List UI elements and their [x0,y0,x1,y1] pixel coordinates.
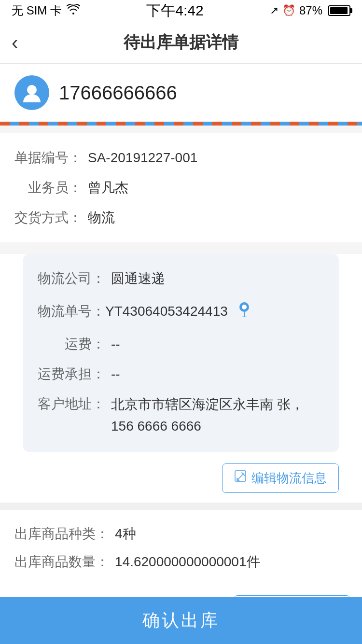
nav-bar: ‹ 待出库单据详情 [0,21,362,64]
freight-bear-row: 运费承担： -- [38,364,324,384]
customer-header: 17666666666 [0,64,362,122]
wifi-icon [67,4,80,17]
edit-logistics-icon [234,470,248,487]
status-time: 下午4:42 [146,1,203,21]
svg-point-2 [242,305,247,309]
logistics-company-label: 物流公司： [38,268,105,289]
address-value: 北京市市辖区海淀区永丰南 张，156 6666 6666 [111,394,324,437]
logistics-section: 物流公司： 圆通速递 物流单号： YT43064053424413 运费： -- [23,254,339,452]
section-divider [0,503,362,510]
tracking-row-content: YT43064053424413 [105,298,253,324]
svg-point-3 [242,316,247,318]
edit-logistics-label: 编辑物流信息 [251,470,327,487]
customer-avatar [14,75,49,110]
order-no-row: 单据编号： SA-20191227-001 [14,148,348,168]
goods-section: 出库商品种类： 4种 出库商品数量： 14.620000000000001件 [0,510,362,595]
address-row: 客户地址： 北京市市辖区海淀区永丰南 张，156 6666 6666 [38,394,324,437]
location-status-icon: ↗ [270,4,278,17]
tracking-number: YT43064053424413 [105,301,228,322]
battery-icon [328,5,350,16]
freight-label: 运费： [38,334,105,354]
goods-quantity-label: 出库商品数量： [14,553,109,571]
status-right: ↗ ⏰ 87% [270,4,350,17]
delivery-row: 交货方式： 物流 [14,208,348,228]
svg-point-0 [27,85,37,95]
edit-logistics-button[interactable]: 编辑物流信息 [222,463,339,493]
salesman-row: 业务员： 曾凡杰 [14,178,348,198]
status-left: 无 SIM 卡 [12,3,80,18]
goods-types-value: 4种 [115,525,136,543]
order-info-section: 单据编号： SA-20191227-001 业务员： 曾凡杰 交货方式： 物流 [0,133,362,242]
page-title: 待出库单据详情 [124,31,238,54]
logistics-company-value: 圆通速递 [111,268,324,289]
logistics-company-row: 物流公司： 圆通速递 [38,268,324,289]
goods-types-label: 出库商品种类： [14,525,109,543]
delivery-label: 交货方式： [14,208,82,228]
confirm-btn-wrapper: 确认出库 [0,597,362,644]
order-no-value: SA-20191227-001 [88,148,348,168]
salesman-label: 业务员： [14,178,82,198]
goods-quantity-value: 14.620000000000001件 [115,553,260,571]
confirm-button[interactable]: 确认出库 [142,609,220,632]
address-label: 客户地址： [38,394,105,414]
back-button[interactable]: ‹ [12,33,18,52]
carrier-text: 无 SIM 卡 [12,3,62,18]
freight-value: -- [111,334,324,354]
salesman-value: 曾凡杰 [88,178,348,198]
goods-quantity-row: 出库商品数量： 14.620000000000001件 [14,553,348,571]
alarm-status-icon: ⏰ [282,4,295,17]
battery-percent: 87% [299,4,322,17]
order-no-label: 单据编号： [14,148,82,168]
edit-logistics-btn-row: 编辑物流信息 [12,463,350,503]
dashed-border-decoration [0,122,362,126]
delivery-value: 物流 [88,208,348,228]
status-bar: 无 SIM 卡 下午4:42 ↗ ⏰ 87% [0,0,362,21]
freight-bear-value: -- [111,364,324,384]
freight-row: 运费： -- [38,334,324,354]
customer-phone: 17666666666 [59,82,177,104]
map-location-icon[interactable] [236,298,253,324]
logistics-tracking-row: 物流单号： YT43064053424413 [38,298,324,324]
logistics-tracking-label: 物流单号： [38,301,105,322]
goods-types-row: 出库商品种类： 4种 [14,525,348,543]
freight-bear-label: 运费承担： [38,364,105,384]
